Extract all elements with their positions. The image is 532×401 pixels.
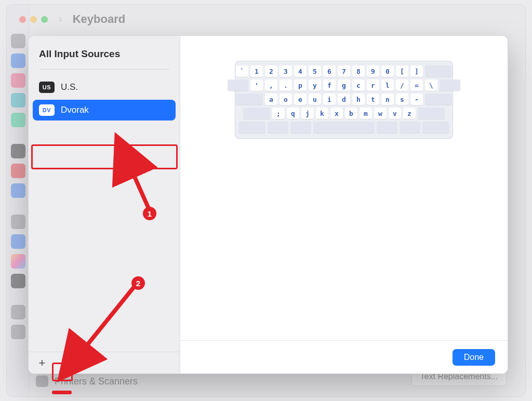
sidebar-item-touchid[interactable] — [11, 164, 25, 178]
modifier-key — [238, 122, 265, 133]
key: 0 — [381, 65, 394, 77]
sidebar-item-accessibility[interactable] — [11, 73, 25, 88]
modifier-key — [268, 122, 288, 133]
key: 5 — [309, 65, 321, 77]
modifier-key — [422, 122, 449, 133]
sidebar-item-battery[interactable] — [11, 113, 25, 127]
key: 3 — [280, 65, 292, 77]
sidebar-item-passwords[interactable] — [11, 215, 25, 229]
key: 7 — [338, 65, 350, 77]
key: 8 — [352, 65, 365, 77]
modifier-key — [236, 93, 263, 105]
sidebar-item-lock[interactable] — [11, 144, 25, 158]
key: r — [367, 79, 379, 91]
sidebar-item-internet-accounts[interactable] — [11, 234, 25, 249]
key: 4 — [294, 65, 307, 77]
modifier-key — [418, 108, 445, 119]
key: q — [287, 108, 299, 119]
kb-row-3: aoeuidhtns- — [238, 93, 449, 105]
input-source-list: US U.S. DV Dvorak — [29, 77, 180, 121]
key: / — [396, 79, 408, 91]
key: x — [330, 108, 343, 119]
key: c — [352, 79, 365, 91]
key: [ — [396, 65, 408, 77]
modifier-key — [243, 108, 270, 119]
sidebar-item-dock[interactable] — [11, 274, 25, 288]
sidebar-title: All Input Sources — [29, 36, 180, 69]
window-traffic-lights — [19, 16, 48, 23]
sidebar-item-trackpad[interactable] — [11, 325, 25, 339]
key: m — [360, 108, 372, 119]
sidebar-footer: + − — [29, 352, 180, 373]
keyboard-preview: `1234567890[] ',.pyfgcrl/=\ aoeuidhtns- … — [235, 61, 453, 139]
settings-sidebar — [7, 5, 30, 396]
key: 9 — [367, 65, 379, 77]
key: 1 — [250, 65, 263, 77]
sheet-footer-bar: Done — [180, 340, 508, 373]
key: k — [316, 108, 328, 119]
modifier-key — [400, 122, 420, 133]
key: t — [367, 93, 379, 105]
key: p — [294, 79, 307, 91]
modifier-key — [425, 93, 452, 105]
forward-button: › — [58, 12, 62, 26]
kb-row-2: ',.pyfgcrl/=\ — [238, 79, 449, 91]
remove-source-button[interactable]: − — [50, 355, 67, 371]
kb-row-1: `1234567890[] — [238, 65, 449, 77]
done-button[interactable]: Done — [453, 349, 495, 366]
key: , — [265, 79, 277, 91]
key: g — [338, 79, 350, 91]
modifier-key — [290, 122, 311, 133]
key: 2 — [265, 65, 277, 77]
add-source-button[interactable]: + — [34, 355, 50, 371]
key: 6 — [323, 65, 336, 77]
key: w — [374, 108, 387, 119]
kb-row-4: ;qjkxbmwvz — [238, 108, 449, 119]
modifier-key — [425, 65, 452, 77]
minimize-window-icon[interactable] — [30, 16, 37, 23]
spacebar-key — [313, 122, 375, 133]
input-source-item-us[interactable]: US U.S. — [33, 77, 176, 98]
key: j — [301, 108, 314, 119]
sidebar-item-network[interactable] — [11, 93, 25, 108]
close-window-icon[interactable] — [19, 16, 26, 23]
page-title: Keyboard — [73, 12, 125, 26]
kb-row-spacebar — [238, 122, 449, 133]
sidebar-item-search[interactable] — [11, 34, 25, 48]
key: ; — [272, 108, 285, 119]
sidebar-item-wallpaper[interactable] — [11, 254, 25, 269]
key: d — [338, 93, 350, 105]
key: y — [309, 79, 321, 91]
key: a — [265, 93, 277, 105]
key: - — [410, 93, 423, 105]
modifier-key — [440, 79, 460, 91]
key: i — [323, 93, 336, 105]
key: s — [396, 93, 408, 105]
settings-toolbar: ‹ › Keyboard — [30, 5, 525, 34]
sidebar-item-keyboard[interactable] — [11, 305, 25, 319]
key: f — [323, 79, 336, 91]
input-sources-sidebar: All Input Sources US U.S. DV Dvorak + − — [29, 36, 180, 373]
key: ] — [410, 65, 423, 77]
key: h — [352, 93, 365, 105]
key: = — [410, 79, 423, 91]
input-source-item-dvorak[interactable]: DV Dvorak — [33, 100, 176, 121]
key: o — [280, 93, 292, 105]
key: u — [309, 93, 321, 105]
divider — [39, 69, 169, 70]
sidebar-item-appearance[interactable] — [11, 54, 25, 68]
sidebar-item-users[interactable] — [11, 183, 25, 198]
key: z — [403, 108, 416, 119]
printers-label: Printers & Scanners — [55, 376, 138, 387]
fullscreen-window-icon[interactable] — [41, 16, 48, 23]
key: b — [345, 108, 357, 119]
dv-badge-icon: DV — [39, 104, 55, 116]
input-source-label: Dvorak — [61, 105, 89, 115]
input-sources-sheet: All Input Sources US U.S. DV Dvorak + − … — [28, 35, 508, 374]
key: l — [381, 79, 394, 91]
modifier-key — [228, 79, 248, 91]
key: ' — [250, 79, 263, 91]
key: . — [280, 79, 292, 91]
sidebar-item-printers[interactable]: Printers & Scanners — [36, 376, 138, 387]
input-source-label: U.S. — [61, 82, 78, 92]
